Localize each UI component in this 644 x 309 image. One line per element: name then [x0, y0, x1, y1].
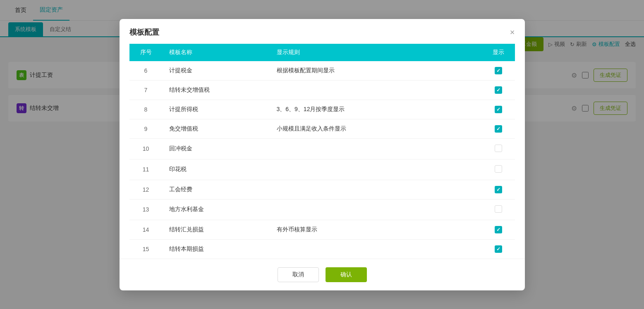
cell-display-8	[482, 220, 515, 239]
table-row: 10回冲税金	[129, 138, 515, 159]
col-header-rule: 显示规则	[270, 44, 482, 61]
dialog-body: 序号 模板名称 显示规则 显示 6计提税金根据模板配置期间显示7结转未交增值税8…	[120, 44, 525, 259]
checkbox-13[interactable]	[495, 205, 502, 213]
col-header-name: 模板名称	[163, 44, 270, 61]
cell-name-7: 地方水利基金	[163, 199, 270, 220]
cell-rule-8: 有外币核算显示	[270, 220, 482, 239]
checkbox-10[interactable]	[495, 145, 502, 152]
table-row: 15结转本期损益	[129, 239, 515, 259]
cell-display-3	[482, 119, 515, 138]
cell-rule-7	[270, 199, 482, 220]
cell-index-1: 7	[129, 80, 163, 100]
table-header-row: 序号 模板名称 显示规则 显示	[129, 44, 515, 61]
config-table: 序号 模板名称 显示规则 显示 6计提税金根据模板配置期间显示7结转未交增值税8…	[129, 44, 515, 259]
checkbox-11[interactable]	[495, 165, 502, 173]
table-row: 6计提税金根据模板配置期间显示	[129, 61, 515, 81]
cell-index-8: 14	[129, 220, 163, 239]
table-row: 12工会经费	[129, 180, 515, 199]
cell-index-6: 12	[129, 180, 163, 199]
table-body: 6计提税金根据模板配置期间显示7结转未交增值税8计提所得税3、6、9、12月按季…	[129, 61, 515, 259]
modal-overlay: 模板配置 × 序号 模板名称 显示规则 显示 6计提税金根据模板配置期间显示7结…	[0, 0, 644, 309]
close-button[interactable]: ×	[510, 28, 515, 36]
table-row: 14结转汇兑损益有外币核算显示	[129, 220, 515, 239]
cell-display-0	[482, 61, 515, 81]
cell-display-2	[482, 100, 515, 119]
table-scroll-area[interactable]: 序号 模板名称 显示规则 显示 6计提税金根据模板配置期间显示7结转未交增值税8…	[129, 44, 515, 259]
cell-rule-1	[270, 80, 482, 100]
checkbox-9[interactable]	[495, 125, 502, 133]
table-row: 9免交增值税小规模且满足收入条件显示	[129, 119, 515, 138]
cell-display-7	[482, 199, 515, 220]
template-config-dialog: 模板配置 × 序号 模板名称 显示规则 显示 6计提税金根据模板配置期间显示7结…	[120, 19, 525, 290]
cell-name-4: 回冲税金	[163, 138, 270, 159]
cell-name-8: 结转汇兑损益	[163, 220, 270, 239]
checkbox-12[interactable]	[495, 186, 502, 193]
checkbox-8[interactable]	[495, 106, 502, 113]
table-row: 7结转未交增值税	[129, 80, 515, 100]
dialog-footer: 取消 确认	[120, 259, 525, 290]
cell-index-3: 9	[129, 119, 163, 138]
cell-index-2: 8	[129, 100, 163, 119]
cancel-button[interactable]: 取消	[278, 267, 319, 282]
cell-rule-6	[270, 180, 482, 199]
cell-display-5	[482, 159, 515, 180]
cell-name-3: 免交增值税	[163, 119, 270, 138]
col-header-display: 显示	[482, 44, 515, 61]
cell-rule-2: 3、6、9、12月按季度显示	[270, 100, 482, 119]
cell-rule-3: 小规模且满足收入条件显示	[270, 119, 482, 138]
cell-rule-0: 根据模板配置期间显示	[270, 61, 482, 81]
cell-name-9: 结转本期损益	[163, 239, 270, 259]
cell-rule-4	[270, 138, 482, 159]
dialog-title: 模板配置	[129, 27, 159, 37]
cell-rule-9	[270, 239, 482, 259]
table-row: 8计提所得税3、6、9、12月按季度显示	[129, 100, 515, 119]
confirm-button[interactable]: 确认	[326, 267, 367, 282]
cell-name-1: 结转未交增值税	[163, 80, 270, 100]
cell-display-6	[482, 180, 515, 199]
cell-index-0: 6	[129, 61, 163, 81]
cell-index-5: 11	[129, 159, 163, 180]
cell-index-4: 10	[129, 138, 163, 159]
cell-name-6: 工会经费	[163, 180, 270, 199]
checkbox-14[interactable]	[495, 226, 502, 233]
cell-index-9: 15	[129, 239, 163, 259]
cell-name-5: 印花税	[163, 159, 270, 180]
cell-rule-5	[270, 159, 482, 180]
cell-display-4	[482, 138, 515, 159]
checkbox-15[interactable]	[495, 245, 502, 253]
cell-name-2: 计提所得税	[163, 100, 270, 119]
checkbox-7[interactable]	[495, 86, 502, 94]
col-header-index: 序号	[129, 44, 163, 61]
cell-display-9	[482, 239, 515, 259]
cell-name-0: 计提税金	[163, 61, 270, 81]
checkbox-6[interactable]	[495, 67, 502, 74]
table-row: 11印花税	[129, 159, 515, 180]
cell-index-7: 13	[129, 199, 163, 220]
table-row: 13地方水利基金	[129, 199, 515, 220]
cell-display-1	[482, 80, 515, 100]
dialog-header: 模板配置 ×	[120, 19, 525, 44]
